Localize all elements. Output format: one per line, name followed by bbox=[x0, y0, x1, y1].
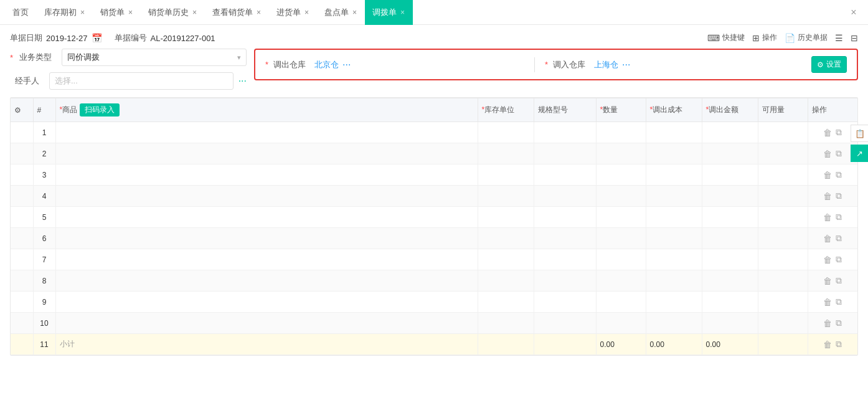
copy-icon[interactable]: ⧉ bbox=[836, 275, 842, 286]
copy-icon[interactable]: ⧉ bbox=[836, 191, 842, 201]
row-avail-cell[interactable] bbox=[758, 122, 808, 143]
row-amount-cell[interactable] bbox=[702, 143, 758, 164]
row-amount-cell[interactable] bbox=[702, 164, 758, 186]
row-product-cell[interactable] bbox=[55, 292, 478, 313]
row-unit-cell[interactable] bbox=[478, 143, 534, 164]
row-product-cell[interactable] bbox=[55, 249, 478, 270]
row-spec-cell[interactable] bbox=[534, 228, 596, 249]
row-unit-cell[interactable] bbox=[478, 313, 534, 334]
row-cost-cell[interactable] bbox=[646, 270, 702, 292]
delete-icon[interactable]: 🗑 bbox=[823, 340, 832, 350]
delete-icon[interactable]: 🗑 bbox=[823, 276, 832, 286]
tab-inventory-init[interactable]: 库存期初 × bbox=[37, 0, 93, 25]
row-amount-cell[interactable] bbox=[702, 207, 758, 228]
row-amount-cell[interactable] bbox=[702, 249, 758, 270]
row-qty-cell[interactable] bbox=[596, 122, 646, 143]
row-spec-cell[interactable] bbox=[534, 249, 596, 270]
copy-icon[interactable]: ⧉ bbox=[836, 318, 842, 328]
delete-icon[interactable]: 🗑 bbox=[823, 128, 832, 138]
row-qty-cell[interactable] bbox=[596, 292, 646, 313]
row-unit-cell[interactable] bbox=[478, 249, 534, 270]
operations-btn[interactable]: ⊞ 操作 bbox=[752, 32, 777, 43]
tab-close-sales-history[interactable]: × bbox=[192, 8, 197, 17]
tab-close-view-sales[interactable]: × bbox=[257, 8, 261, 17]
row-spec-cell[interactable] bbox=[534, 207, 596, 228]
tab-purchase-order[interactable]: 进货单 × bbox=[269, 0, 317, 25]
row-qty-cell[interactable] bbox=[596, 313, 646, 334]
row-cost-cell[interactable] bbox=[646, 186, 702, 207]
handler-more-btn[interactable]: ··· bbox=[238, 76, 247, 86]
shortcuts-btn[interactable]: ⌨ 快捷键 bbox=[707, 32, 745, 43]
window-close-button[interactable]: × bbox=[844, 3, 863, 22]
row-avail-cell[interactable] bbox=[758, 228, 808, 249]
delete-icon[interactable]: 🗑 bbox=[823, 297, 832, 307]
row-qty-cell[interactable] bbox=[596, 249, 646, 270]
row-avail-cell[interactable] bbox=[758, 164, 808, 186]
layout-btn1[interactable]: ☰ bbox=[835, 33, 843, 43]
row-unit-cell[interactable] bbox=[478, 207, 534, 228]
row-product-cell[interactable] bbox=[55, 270, 478, 292]
row-unit-cell[interactable] bbox=[478, 164, 534, 186]
right-panel-doc-btn[interactable]: 📋 bbox=[851, 125, 868, 142]
history-btn[interactable]: 📄 历史单据 bbox=[785, 32, 828, 43]
copy-icon[interactable]: ⧉ bbox=[836, 169, 842, 180]
row-amount-cell[interactable] bbox=[702, 292, 758, 313]
row-qty-cell[interactable] bbox=[596, 143, 646, 164]
row-avail-cell[interactable] bbox=[758, 207, 808, 228]
layout-btn2[interactable]: ⊟ bbox=[851, 33, 858, 43]
row-product-cell[interactable] bbox=[55, 186, 478, 207]
row-avail-cell[interactable] bbox=[758, 249, 808, 270]
row-cost-cell[interactable] bbox=[646, 249, 702, 270]
tab-view-sales[interactable]: 查看销货单 × bbox=[205, 0, 269, 25]
row-product-cell[interactable] bbox=[55, 164, 478, 186]
row-cost-cell[interactable] bbox=[646, 207, 702, 228]
delete-icon[interactable]: 🗑 bbox=[823, 212, 832, 222]
delete-icon[interactable]: 🗑 bbox=[823, 234, 832, 244]
row-cost-cell[interactable] bbox=[646, 292, 702, 313]
row-cost-cell[interactable] bbox=[646, 122, 702, 143]
row-cost-cell[interactable] bbox=[646, 143, 702, 164]
row-qty-cell[interactable] bbox=[596, 270, 646, 292]
copy-icon[interactable]: ⧉ bbox=[836, 339, 842, 350]
row-spec-cell[interactable] bbox=[534, 313, 596, 334]
copy-icon[interactable]: ⧉ bbox=[836, 254, 842, 265]
row-product-cell[interactable] bbox=[55, 122, 478, 143]
tab-close-inventory-check[interactable]: × bbox=[352, 8, 357, 17]
row-cost-cell[interactable] bbox=[646, 313, 702, 334]
row-avail-cell[interactable] bbox=[758, 143, 808, 164]
row-avail-cell[interactable] bbox=[758, 186, 808, 207]
copy-icon[interactable]: ⧉ bbox=[836, 212, 842, 222]
delete-icon[interactable]: 🗑 bbox=[823, 149, 832, 159]
tab-transfer-order[interactable]: 调拨单 × bbox=[365, 0, 413, 25]
copy-icon[interactable]: ⧉ bbox=[836, 127, 842, 138]
tab-home[interactable]: 首页 bbox=[5, 0, 37, 25]
tab-close-sales-order[interactable]: × bbox=[128, 8, 133, 17]
scan-btn[interactable]: 扫码录入 bbox=[80, 103, 120, 117]
row-spec-cell[interactable] bbox=[534, 122, 596, 143]
row-unit-cell[interactable] bbox=[478, 122, 534, 143]
row-avail-cell[interactable] bbox=[758, 292, 808, 313]
row-spec-cell[interactable] bbox=[534, 164, 596, 186]
delete-icon[interactable]: 🗑 bbox=[823, 318, 832, 328]
row-amount-cell[interactable] bbox=[702, 270, 758, 292]
delete-icon[interactable]: 🗑 bbox=[823, 191, 832, 201]
tab-sales-order[interactable]: 销货单 × bbox=[93, 0, 141, 25]
business-type-select[interactable]: 同价调拨 ▾ bbox=[62, 49, 247, 66]
row-amount-cell[interactable] bbox=[702, 228, 758, 249]
transfer-in-more-btn[interactable]: ··· bbox=[622, 59, 630, 70]
row-qty-cell[interactable] bbox=[596, 207, 646, 228]
row-spec-cell[interactable] bbox=[534, 186, 596, 207]
row-qty-cell[interactable] bbox=[596, 186, 646, 207]
handler-select[interactable]: 选择... bbox=[49, 72, 234, 90]
settings-button[interactable]: ⚙ 设置 bbox=[811, 56, 847, 73]
row-cost-cell[interactable] bbox=[646, 228, 702, 249]
copy-icon[interactable]: ⧉ bbox=[836, 233, 842, 244]
row-qty-cell[interactable] bbox=[596, 164, 646, 186]
row-amount-cell[interactable] bbox=[702, 313, 758, 334]
row-unit-cell[interactable] bbox=[478, 292, 534, 313]
row-amount-cell[interactable] bbox=[702, 122, 758, 143]
copy-icon[interactable]: ⧉ bbox=[836, 297, 842, 307]
tab-sales-history[interactable]: 销货单历史 × bbox=[141, 0, 205, 25]
row-spec-cell[interactable] bbox=[534, 270, 596, 292]
row-product-cell[interactable] bbox=[55, 207, 478, 228]
